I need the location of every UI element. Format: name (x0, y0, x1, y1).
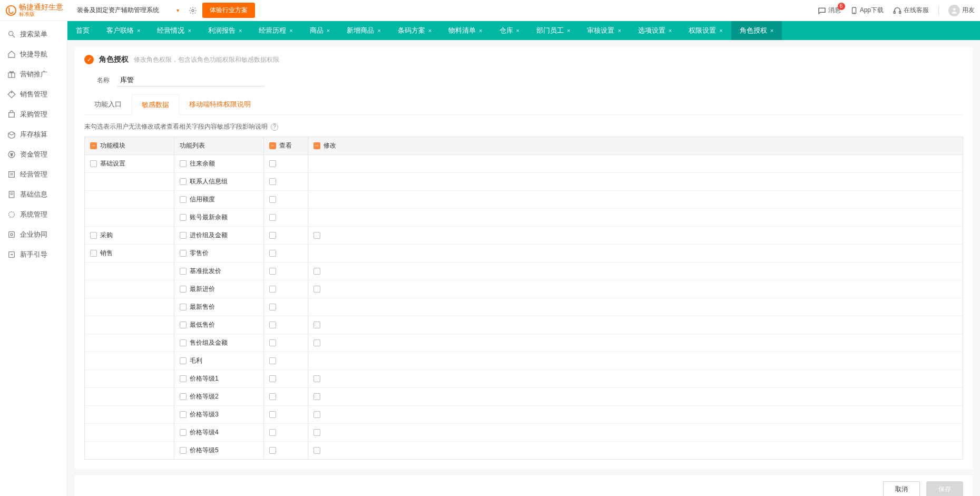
sidebar-item-系统管理[interactable]: 系统管理 (0, 205, 67, 225)
sidebar-item-资金管理[interactable]: ¥资金管理 (0, 144, 67, 164)
function-checkbox[interactable] (180, 322, 187, 328)
tab-部门员工[interactable]: 部门员工× (528, 21, 579, 40)
tab-商品[interactable]: 商品× (301, 21, 338, 40)
function-checkbox[interactable] (180, 375, 187, 382)
modify-checkbox[interactable] (313, 429, 320, 436)
modify-checkbox[interactable] (313, 339, 320, 346)
online-service-button[interactable]: 在线客服 (893, 6, 929, 15)
function-checkbox[interactable] (180, 268, 187, 275)
close-icon[interactable]: × (289, 27, 292, 34)
view-checkbox[interactable] (269, 268, 276, 275)
settings-gear-icon[interactable] (189, 6, 197, 15)
sidebar-item-企业协同[interactable]: 企业协同 (0, 225, 67, 245)
module-checkbox[interactable] (90, 160, 97, 167)
tab-角色授权[interactable]: 角色授权× (731, 21, 782, 40)
close-icon[interactable]: × (516, 27, 520, 34)
tab-新增商品[interactable]: 新增商品× (338, 21, 389, 40)
view-checkbox[interactable] (269, 393, 276, 400)
close-icon[interactable]: × (669, 27, 672, 34)
module-checkbox[interactable] (90, 250, 97, 257)
view-checkbox[interactable] (269, 160, 276, 167)
indeterminate-icon[interactable]: − (313, 142, 320, 149)
view-checkbox[interactable] (269, 304, 276, 310)
modify-checkbox[interactable] (313, 411, 320, 418)
view-checkbox[interactable] (269, 178, 276, 185)
function-checkbox[interactable] (180, 214, 187, 221)
view-checkbox[interactable] (269, 196, 276, 203)
info-icon[interactable]: ? (271, 123, 278, 131)
function-checkbox[interactable] (180, 393, 187, 400)
subtab-sensitive-data[interactable]: 敏感数据 (132, 94, 179, 115)
sidebar-item-搜索菜单[interactable]: 搜索菜单 (0, 24, 67, 44)
close-icon[interactable]: × (618, 27, 621, 34)
view-checkbox[interactable] (269, 447, 276, 454)
close-icon[interactable]: × (428, 27, 432, 34)
view-checkbox[interactable] (269, 286, 276, 293)
indeterminate-icon[interactable]: − (269, 142, 276, 149)
role-name-input[interactable] (117, 74, 264, 86)
close-icon[interactable]: × (719, 27, 722, 34)
tab-条码方案[interactable]: 条码方案× (389, 21, 440, 40)
function-checkbox[interactable] (180, 429, 187, 436)
tab-审核设置[interactable]: 审核设置× (579, 21, 629, 40)
tab-选项设置[interactable]: 选项设置× (630, 21, 680, 40)
view-checkbox[interactable] (269, 214, 276, 221)
view-checkbox[interactable] (269, 232, 276, 239)
indeterminate-icon[interactable]: − (90, 142, 97, 149)
close-icon[interactable]: × (567, 27, 570, 34)
tab-首页[interactable]: 首页 (67, 21, 98, 40)
system-selector[interactable]: 装备及固定资产辅助管理系统 ▾ (73, 6, 183, 15)
tab-利润报告[interactable]: 利润报告× (200, 21, 250, 40)
view-checkbox[interactable] (269, 357, 276, 364)
close-icon[interactable]: × (188, 27, 191, 34)
tab-仓库[interactable]: 仓库× (491, 21, 528, 40)
view-checkbox[interactable] (269, 429, 276, 436)
sidebar-item-基础信息[interactable]: 基础信息 (0, 184, 67, 205)
sidebar-item-库存核算[interactable]: 库存核算 (0, 124, 67, 144)
function-checkbox[interactable] (180, 339, 187, 346)
close-icon[interactable]: × (377, 27, 380, 34)
messages-button[interactable]: 消息 6 (818, 6, 841, 15)
modify-checkbox[interactable] (313, 447, 320, 454)
modify-checkbox[interactable] (313, 286, 320, 293)
save-button[interactable]: 保存 (926, 481, 963, 496)
tab-经营历程[interactable]: 经营历程× (250, 21, 301, 40)
sidebar-item-销售管理[interactable]: 销售管理 (0, 84, 67, 104)
close-icon[interactable]: × (770, 27, 773, 34)
function-checkbox[interactable] (180, 250, 187, 257)
function-checkbox[interactable] (180, 304, 187, 310)
close-icon[interactable]: × (137, 27, 140, 34)
app-download-button[interactable]: App下载 (850, 6, 884, 15)
cancel-button[interactable]: 取消 (883, 481, 920, 496)
sidebar-item-快捷导航[interactable]: 快捷导航 (0, 44, 67, 64)
view-checkbox[interactable] (269, 250, 276, 257)
view-checkbox[interactable] (269, 411, 276, 418)
function-checkbox[interactable] (180, 357, 187, 364)
close-icon[interactable]: × (327, 27, 330, 34)
modify-checkbox[interactable] (313, 268, 320, 275)
function-checkbox[interactable] (180, 286, 187, 293)
user-menu[interactable]: 用友 (948, 5, 975, 16)
view-checkbox[interactable] (269, 322, 276, 328)
tab-客户联络[interactable]: 客户联络× (98, 21, 149, 40)
tab-物料清单[interactable]: 物料清单× (440, 21, 491, 40)
sidebar-item-营销推广[interactable]: 营销推广 (0, 64, 67, 84)
view-checkbox[interactable] (269, 339, 276, 346)
modify-checkbox[interactable] (313, 393, 320, 400)
modify-checkbox[interactable] (313, 322, 320, 328)
close-icon[interactable]: × (239, 27, 242, 34)
sidebar-item-采购管理[interactable]: 采购管理 (0, 104, 67, 124)
function-checkbox[interactable] (180, 178, 187, 185)
function-checkbox[interactable] (180, 232, 187, 239)
subtab-mobile-note[interactable]: 移动端特殊权限说明 (179, 94, 261, 114)
subtab-function-entry[interactable]: 功能入口 (84, 94, 132, 114)
modify-checkbox[interactable] (313, 375, 320, 382)
function-checkbox[interactable] (180, 411, 187, 418)
try-solution-button[interactable]: 体验行业方案 (202, 3, 255, 18)
tab-经营情况[interactable]: 经营情况× (149, 21, 199, 40)
function-checkbox[interactable] (180, 447, 187, 454)
modify-checkbox[interactable] (313, 232, 320, 239)
tab-权限设置[interactable]: 权限设置× (680, 21, 731, 40)
sidebar-item-经营管理[interactable]: 经营管理 (0, 164, 67, 184)
view-checkbox[interactable] (269, 375, 276, 382)
